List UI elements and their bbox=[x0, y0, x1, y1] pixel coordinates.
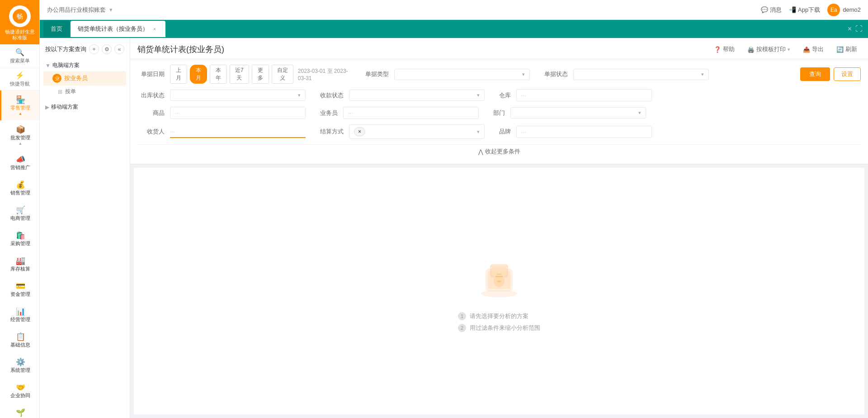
filter-row-4: 收货人 ··· 结算方式 × ▾ 品牌 ··· bbox=[137, 124, 861, 139]
salesperson-label: 业务员 bbox=[320, 109, 338, 117]
empty-tips: 1 请先选择要分析的方案 2 用过滤条件来缩小分析范围 bbox=[458, 312, 540, 332]
doc-type-select[interactable]: ▾ bbox=[394, 69, 530, 80]
consignee-label: 收货人 bbox=[137, 128, 165, 136]
salesperson-placeholder: ··· bbox=[348, 109, 353, 116]
print-btn[interactable]: 🖨️ 按模板打印 ▾ bbox=[744, 43, 794, 55]
scheme-settings-btn[interactable]: ⚙ bbox=[102, 44, 112, 54]
app-download-btn[interactable]: 📲 App下载 bbox=[789, 6, 820, 14]
sidebar-item-sales[interactable]: 💰 销售管理 bbox=[0, 176, 39, 201]
avatar: Ea bbox=[827, 4, 840, 16]
sidebar-item-enterprise-label: 企业协同 bbox=[10, 392, 30, 399]
sidebar-item-retail[interactable]: 🏪 零售管理 ▲ bbox=[0, 90, 39, 120]
tab-expand-btn[interactable]: ⛶ bbox=[855, 25, 863, 33]
filter-row-3: 商品 ··· 业务员 ··· 部门 ▾ bbox=[137, 107, 861, 119]
settings-icon: ⚙ bbox=[104, 46, 109, 52]
inventory-icon: 🏭 bbox=[16, 256, 25, 266]
settings-btn[interactable]: 设置 bbox=[834, 67, 861, 81]
workspace-dropdown-icon[interactable]: ▾ bbox=[109, 6, 113, 13]
date-btn-this-year[interactable]: 本年 bbox=[210, 65, 227, 84]
expand-icon2: ▲ bbox=[19, 141, 23, 146]
topbar: 办公用品行业模拟账套 ▾ 💬 消息 📲 App下载 Ea demo2 bbox=[40, 0, 868, 20]
sidebar-item-marketing[interactable]: 📣 营销推广 bbox=[0, 150, 39, 176]
settlement-select[interactable]: × ▾ bbox=[349, 124, 485, 139]
sidebar-item-sales-label: 销售管理 bbox=[10, 190, 30, 196]
date-btn-this-month[interactable]: 本月 bbox=[190, 65, 207, 84]
sidebar-item-ecommerce[interactable]: 🛒 电商管理 bbox=[0, 201, 39, 226]
right-top: 销货单统计表(按业务员) ❓ 帮助 🖨️ 按模板打印 ▾ bbox=[130, 38, 868, 164]
brand-placeholder: ··· bbox=[521, 128, 526, 135]
sidebar-item-basic[interactable]: 📋 基础信息 bbox=[0, 328, 39, 353]
scheme-item-by-salesperson[interactable]: 业 按业务员 bbox=[43, 71, 126, 86]
doc-status-select[interactable]: ▾ bbox=[573, 69, 709, 80]
export-btn[interactable]: 📤 导出 bbox=[799, 43, 827, 55]
filter-row-1: 单据日期 上月 本月 本年 近7天 更多 自定义 2023-03-01 至 20… bbox=[137, 65, 861, 84]
export-icon: 📤 bbox=[803, 46, 810, 53]
tip-num-1: 1 bbox=[458, 312, 466, 320]
salesperson-select[interactable]: ··· bbox=[343, 107, 479, 119]
newuser-icon: 🌱 bbox=[16, 408, 25, 418]
retail-icon: 🏪 bbox=[16, 95, 25, 104]
sidebar-item-wholesale[interactable]: 📦 批发管理 ▲ bbox=[0, 120, 39, 150]
sub-item-by-order[interactable]: ⊞ 按单 bbox=[43, 86, 126, 98]
sidebar-item-operations-label: 经营管理 bbox=[10, 316, 30, 323]
scheme-by-salesperson-label: 按业务员 bbox=[64, 74, 88, 82]
sidebar-quicknav-label: 快捷导航 bbox=[10, 81, 30, 87]
collapse-conditions-btn[interactable]: ⋀ 收起更多条件 bbox=[137, 144, 861, 158]
out-status-select[interactable]: ▾ bbox=[170, 90, 306, 101]
tabbar-actions: × ⛶ bbox=[848, 25, 868, 33]
help-btn[interactable]: ❓ 帮助 bbox=[710, 43, 738, 55]
collapse-panel-btn[interactable]: « bbox=[114, 44, 124, 54]
brand-select[interactable]: ··· bbox=[516, 126, 652, 138]
tab-home[interactable]: 首页 bbox=[43, 21, 70, 37]
warehouse-select[interactable]: ··· bbox=[516, 89, 652, 101]
collapse-label: 收起更多条件 bbox=[485, 147, 520, 156]
date-label: 单据日期 bbox=[137, 70, 165, 78]
date-btn-7days[interactable]: 近7天 bbox=[230, 65, 249, 84]
query-btn[interactable]: 查询 bbox=[800, 67, 830, 81]
sidebar-item-system[interactable]: ⚙️ 系统管理 bbox=[0, 353, 39, 378]
out-status-label: 出库状态 bbox=[137, 91, 165, 100]
sidebar-search-item[interactable]: 🔍 搜索菜单 bbox=[0, 44, 39, 68]
date-btn-custom[interactable]: 自定义 bbox=[272, 65, 293, 84]
sidebar-search-label: 搜索菜单 bbox=[10, 57, 30, 64]
pc-section-toggle[interactable]: ▼ 电脑端方案 bbox=[43, 60, 126, 71]
date-btn-more[interactable]: 更多 bbox=[252, 65, 269, 84]
sidebar-item-enterprise[interactable]: 🤝 企业协同 bbox=[0, 378, 39, 404]
sidebar-item-purchase[interactable]: 🛍️ 采购管理 bbox=[0, 226, 39, 252]
tab-close-window-btn[interactable]: × bbox=[848, 25, 852, 33]
consignee-input[interactable]: ··· bbox=[170, 126, 306, 138]
refresh-btn[interactable]: 🔄 刷新 bbox=[833, 43, 861, 55]
sidebar: 畅 畅捷通好生意 标准版 🔍 搜索菜单 ⚡ 快捷导航 🏪 零售管理 ▲ 📦 批发… bbox=[0, 0, 40, 418]
add-scheme-btn[interactable]: + bbox=[89, 44, 99, 54]
sidebar-item-finance[interactable]: 💳 资金管理 bbox=[0, 277, 39, 302]
app-download-label: App下载 bbox=[798, 6, 820, 14]
tab-close-btn[interactable]: × bbox=[151, 25, 158, 33]
add-icon: + bbox=[92, 46, 95, 52]
left-panel-header: 按以下方案查询 + ⚙ « bbox=[40, 42, 130, 58]
expand-icon: ▲ bbox=[19, 111, 23, 116]
sidebar-item-wholesale-label: 批发管理 bbox=[10, 134, 30, 141]
sidebar-item-inventory[interactable]: 🏭 库存核算 bbox=[0, 252, 39, 277]
department-select[interactable]: ▾ bbox=[510, 107, 646, 119]
date-btn-last-month[interactable]: 上月 bbox=[170, 65, 187, 84]
goods-select[interactable]: ··· bbox=[170, 107, 306, 119]
sidebar-item-operations[interactable]: 📊 经营管理 bbox=[0, 302, 39, 328]
tab-home-label: 首页 bbox=[51, 25, 62, 33]
doc-status-dropdown-icon: ▾ bbox=[701, 71, 704, 77]
mobile-section-toggle[interactable]: ▶ 移动端方案 bbox=[43, 101, 126, 113]
mobile-section: ▶ 移动端方案 bbox=[40, 100, 130, 114]
doc-type-dropdown-icon: ▾ bbox=[522, 71, 525, 77]
print-label: 按模板打印 bbox=[756, 45, 786, 53]
refresh-label: 刷新 bbox=[845, 45, 857, 53]
receipt-status-select[interactable]: ▾ bbox=[349, 90, 485, 101]
messages-btn[interactable]: 💬 消息 bbox=[761, 6, 782, 14]
sidebar-item-newuser[interactable]: 🌱 新手引导 bbox=[0, 404, 39, 418]
left-panel-title: 按以下方案查询 bbox=[45, 45, 86, 53]
user-menu-btn[interactable]: Ea demo2 bbox=[827, 4, 861, 16]
settlement-tag-close[interactable]: × bbox=[358, 128, 361, 135]
operations-icon: 📊 bbox=[16, 307, 25, 316]
tab-sales-stat[interactable]: 销货单统计表（按业务员） × bbox=[71, 21, 165, 37]
print-dropdown-icon: ▾ bbox=[788, 47, 790, 52]
sidebar-quicknav[interactable]: ⚡ 快捷导航 bbox=[0, 68, 39, 90]
tip-text-1: 请先选择要分析的方案 bbox=[470, 312, 528, 320]
